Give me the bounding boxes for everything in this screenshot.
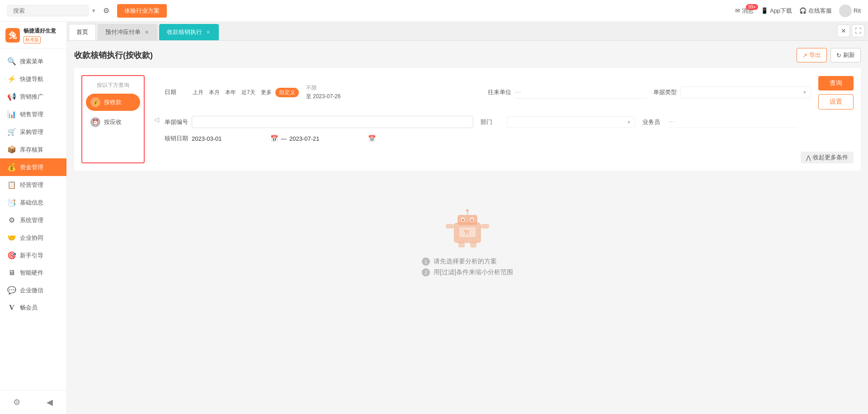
purchase-icon: 🛒 <box>7 128 16 136</box>
sidebar: 兔 畅捷通好生意 标准版 🔍 搜索菜单 ⚡ 快捷导航 📢 营销推广 📊 销售管理 <box>0 22 67 414</box>
query-button[interactable]: 查询 <box>818 76 854 90</box>
sidebar-item-vip[interactable]: V 畅会员 <box>0 299 66 316</box>
search-icon: 🔍 <box>7 57 16 66</box>
refresh-button[interactable]: ↻ 刷新 <box>830 48 861 62</box>
tab-prepay-close[interactable]: ✕ <box>143 29 150 35</box>
verify-date-start-input[interactable] <box>192 135 268 142</box>
dept-field: 部门 ▾ <box>481 116 635 128</box>
sidebar-item-hardware[interactable]: 🖥 智能硬件 <box>0 264 66 281</box>
date-opt-more[interactable]: 更多 <box>259 88 274 97</box>
counterpart-dots[interactable]: ··· <box>515 88 521 96</box>
sidebar-item-basic[interactable]: 📑 基础信息 <box>0 194 66 211</box>
svg-rect-10 <box>446 224 454 228</box>
tab-bar: 首页 预付冲应付单 ✕ 收款核销执行 ✕ ✕ ⛶ <box>67 22 868 41</box>
settings-button[interactable]: 设置 <box>818 94 854 109</box>
sidebar-item-search[interactable]: 🔍 搜索菜单 <box>0 52 66 70</box>
sidebar-item-inventory[interactable]: 📦 库存核算 <box>0 141 66 158</box>
sidebar-item-shortcuts[interactable]: ⚡ 快捷导航 <box>0 70 66 88</box>
logo-name: 畅捷通好生意 <box>24 27 56 35</box>
sidebar-label-management: 经营管理 <box>20 181 43 189</box>
marketing-icon: 📢 <box>7 92 16 101</box>
maximize-button[interactable]: ⛶ <box>852 24 864 37</box>
receipt-option-label: 按收款 <box>104 98 122 106</box>
service-icon: 🎧 <box>799 7 807 14</box>
page-title: 收款核销执行(按收款) <box>74 50 153 61</box>
export-button[interactable]: ↗ 导出 <box>797 48 827 62</box>
empty-hint-2: 2 用[过滤]条件来缩小分析范围 <box>422 268 513 276</box>
doc-type-select[interactable]: ▾ <box>680 86 811 98</box>
date-opt-7days[interactable]: 近7天 <box>240 88 257 97</box>
date-opt-this-year[interactable]: 本年 <box>223 88 238 97</box>
collapse-sidebar-button[interactable]: ◀ <box>42 394 58 410</box>
sidebar-item-wechat[interactable]: 💬 企业微信 <box>0 281 66 299</box>
staff-dots[interactable]: ··· <box>669 118 675 126</box>
sidebar-item-guide[interactable]: 🎯 新手引导 <box>0 247 66 264</box>
tab-receivable-close[interactable]: ✕ <box>205 29 211 35</box>
hardware-icon: 🖥 <box>7 269 16 277</box>
staff-field: 业务员 ··· <box>642 116 797 128</box>
verify-date-end-input[interactable] <box>289 135 365 142</box>
inventory-icon: 📦 <box>7 145 16 154</box>
doc-type-field: 单据类型 ▾ <box>653 86 811 98</box>
date-opt-custom[interactable]: 自定义 <box>275 88 299 97</box>
dept-chevron: ▾ <box>627 119 630 125</box>
settings-bottom-button[interactable]: ⚙ <box>9 394 25 410</box>
sales-icon: 📊 <box>7 110 16 119</box>
hint-num-1: 1 <box>422 257 430 266</box>
svg-rect-1 <box>458 215 477 225</box>
message-button[interactable]: ✉ 消息 99+ <box>735 7 754 15</box>
counterpart-input-area[interactable]: ··· <box>515 86 646 99</box>
svg-rect-11 <box>481 224 489 228</box>
top-search-dropdown[interactable]: ▾ <box>92 7 95 14</box>
sidebar-label-shortcuts: 快捷导航 <box>20 75 43 83</box>
sidebar-item-sales[interactable]: 📊 销售管理 <box>0 105 66 123</box>
close-tab-button[interactable]: ✕ <box>837 24 850 37</box>
filter-collapse-btn[interactable]: ◁ <box>152 75 161 163</box>
staff-input-area[interactable]: ··· <box>669 116 797 128</box>
message-icon: ✉ <box>735 7 740 14</box>
date-opt-last-month[interactable]: 上月 <box>191 88 205 97</box>
tab-prepay[interactable]: 预付冲应付单 ✕ <box>98 24 157 40</box>
tab-bar-actions: ✕ ⛶ <box>837 24 864 37</box>
doc-type-label: 单据类型 <box>653 88 677 96</box>
sidebar-item-marketing[interactable]: 📢 营销推广 <box>0 88 66 105</box>
collapse-conditions-button[interactable]: ⋀ 收起更多条件 <box>801 152 854 163</box>
tab-prepay-label: 预付冲应付单 <box>105 28 141 36</box>
dept-select[interactable]: ▾ <box>507 116 635 128</box>
verify-date-start-icon[interactable]: 📅 <box>270 135 278 142</box>
refresh-label: 刷新 <box>843 51 855 59</box>
sidebar-item-management[interactable]: 📋 经营管理 <box>0 176 66 194</box>
date-to: 至 2023-07-26 <box>306 93 341 100</box>
top-bar: ▾ ⚙ 体验行业方案 ✉ 消息 99+ 📱 App下载 🎧 在线客服 Rit <box>0 0 868 22</box>
doc-no-field: 单据编号 <box>165 116 473 128</box>
wechat-icon: 💬 <box>7 286 16 295</box>
online-service-button[interactable]: 🎧 在线客服 <box>799 7 832 15</box>
user-info[interactable]: Rit <box>839 5 861 17</box>
sidebar-item-system[interactable]: ⚙ 系统管理 <box>0 211 66 229</box>
doc-no-input[interactable] <box>192 116 473 128</box>
sidebar-logo: 兔 畅捷通好生意 标准版 <box>0 22 66 49</box>
date-opt-this-month[interactable]: 本月 <box>207 88 222 97</box>
top-gear-button[interactable]: ⚙ <box>99 4 113 18</box>
date-options: 上月 本月 本年 近7天 更多 自定义 <box>191 88 299 97</box>
sidebar-item-purchase[interactable]: 🛒 采购管理 <box>0 123 66 141</box>
verify-date-field: 核销日期 📅 — 📅 <box>165 134 477 143</box>
sidebar-item-enterprise[interactable]: 🤝 企业协同 <box>0 229 66 247</box>
hint-text-1: 请先选择要分析的方案 <box>434 257 497 266</box>
tab-receivable[interactable]: 收款核销执行 ✕ <box>159 24 219 40</box>
filter-option-by-receivable[interactable]: ⏰ 按应收 <box>86 114 140 131</box>
filter-option-by-receipt[interactable]: 💰 按收款 <box>86 94 140 111</box>
top-search-input[interactable] <box>7 5 89 16</box>
sidebar-item-finance[interactable]: 💰 资金管理 <box>0 158 66 176</box>
industry-solution-button[interactable]: 体验行业方案 <box>117 4 167 18</box>
filter-actions: 查询 设置 <box>818 75 854 109</box>
app-download-button[interactable]: 📱 App下载 <box>761 7 792 15</box>
refresh-icon: ↻ <box>836 52 841 59</box>
online-service-label: 在线客服 <box>808 7 832 15</box>
tab-home[interactable]: 首页 <box>69 24 96 40</box>
counterpart-field: 往来单位 ··· <box>488 86 646 99</box>
filter-form: 日期 上月 本月 本年 近7天 更多 自定义 不限 至 <box>165 75 854 163</box>
sidebar-label-basic: 基础信息 <box>20 199 43 207</box>
verify-date-end-icon[interactable]: 📅 <box>368 135 376 142</box>
hint-text-2: 用[过滤]条件来缩小分析范围 <box>434 268 513 276</box>
